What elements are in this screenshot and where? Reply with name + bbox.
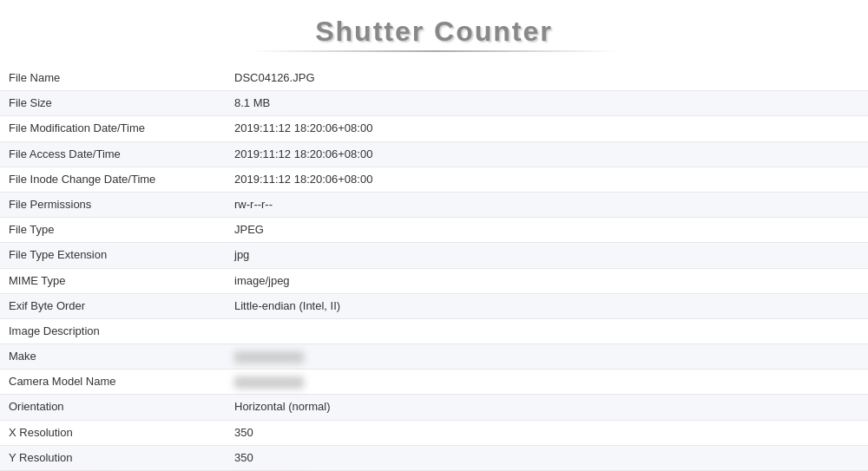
row-value-8: image/jpeg [226,268,868,293]
row-label-15: Y Resolution [0,445,226,470]
row-label-12: Camera Model Name [0,370,226,395]
row-value-15: 350 [226,445,868,470]
row-label-1: File Size [0,91,226,116]
row-label-5: File Permissions [0,192,226,217]
row-label-0: File Name [0,66,226,91]
page-title: Shutter Counter [0,16,868,48]
row-value-11 [226,344,868,370]
row-value-12 [226,370,868,395]
row-value-13: Horizontal (normal) [226,395,868,420]
page-header: Shutter Counter [0,0,868,61]
row-value-7: jpg [226,243,868,268]
row-label-2: File Modification Date/Time [0,116,226,141]
row-value-9: Little-endian (Intel, II) [226,293,868,318]
row-value-1: 8.1 MB [226,91,868,116]
row-value-5: rw-r--r-- [226,192,868,217]
row-value-10 [226,318,868,343]
row-label-11: Make [0,344,226,370]
row-label-8: MIME Type [0,268,226,293]
row-value-3: 2019:11:12 18:20:06+08:00 [226,141,868,167]
title-underline [252,50,616,52]
row-label-13: Orientation [0,395,226,420]
row-label-6: File Type [0,218,226,243]
row-value-14: 350 [226,420,868,445]
row-label-10: Image Description [0,318,226,343]
row-label-4: File Inode Change Date/Time [0,167,226,192]
row-label-9: Exif Byte Order [0,293,226,318]
data-table: File NameDSC04126.JPGFile Size8.1 MBFile… [0,66,868,471]
row-label-3: File Access Date/Time [0,141,226,167]
row-label-7: File Type Extension [0,243,226,268]
row-label-14: X Resolution [0,420,226,445]
row-value-2: 2019:11:12 18:20:06+08:00 [226,116,868,141]
row-value-4: 2019:11:12 18:20:06+08:00 [226,167,868,192]
row-value-0: DSC04126.JPG [226,66,868,91]
row-value-6: JPEG [226,218,868,243]
